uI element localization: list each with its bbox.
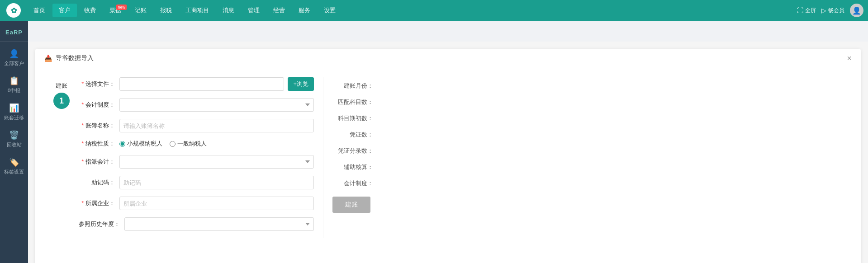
- dialog-title: 📥 导爷数据导入: [44, 54, 94, 62]
- memo-code-row: 助记码：: [79, 176, 314, 189]
- migration-icon: 📊: [9, 103, 19, 113]
- dialog-title-icon: 📥: [44, 55, 52, 62]
- accounting-system-label: 会计制度：: [79, 101, 115, 109]
- voucher-entries-label: 凭证分录数：: [332, 147, 373, 155]
- history-year-label: 参照历史年度：: [79, 220, 120, 228]
- history-year-select[interactable]: [124, 217, 314, 231]
- user-avatar[interactable]: 👤: [850, 4, 863, 17]
- vip-btn[interactable]: ▷ 畅会员: [821, 7, 844, 14]
- company-row: 所属企业：: [79, 197, 314, 210]
- build-button-wrap: 建账: [332, 197, 450, 213]
- info-match-subjects: 匹配科目数：: [332, 98, 450, 106]
- ledger-name-input[interactable]: [119, 119, 314, 132]
- nav-settings[interactable]: 设置: [318, 4, 342, 17]
- info-voucher-entries: 凭证分录数：: [332, 147, 450, 155]
- dialog-wrapper: 📥 导爷数据导入 × 建账 1 选择文件： +浏览: [35, 49, 861, 263]
- nav-customers[interactable]: 客户: [52, 4, 77, 17]
- match-subjects-label: 匹配科目数：: [332, 98, 373, 106]
- declaration-icon: 📋: [9, 76, 19, 86]
- file-row: 选择文件： +浏览: [79, 77, 314, 91]
- info-section: 建账月份： 匹配科目数： 科目期初数： 凭证数： 凭证分录数：: [323, 77, 450, 238]
- accountant-label: 指派会计：: [79, 158, 115, 166]
- customers-icon: 👤: [9, 49, 19, 59]
- app-logo: ✿: [5, 1, 23, 19]
- info-subject-initial: 科目期初数：: [332, 114, 450, 122]
- radio-small-taxpayer[interactable]: 小规模纳税人: [119, 140, 162, 148]
- tax-type-row: 纳税性质： 小规模纳税人 一般纳税人: [79, 140, 314, 148]
- accounting-system2-label: 会计制度：: [332, 179, 373, 188]
- sidebar-item-all-customers[interactable]: 👤 全部客户: [0, 45, 28, 70]
- nav-invoices[interactable]: 票据 new: [103, 4, 128, 17]
- nav-operations[interactable]: 经营: [267, 4, 291, 17]
- step-circle: 1: [53, 93, 70, 109]
- history-year-row: 参照历史年度：: [79, 217, 314, 231]
- info-auxiliary-calc: 辅助核算：: [332, 163, 450, 171]
- sidebar-logo: EaRP: [0, 25, 28, 42]
- build-month-label: 建账月份：: [332, 82, 373, 90]
- radio-general-taxpayer[interactable]: 一般纳税人: [170, 140, 207, 148]
- nav-items: 首页 客户 收费 票据 new 记账 报税 工商项目 消息 管理 经营 服务 设…: [27, 4, 797, 17]
- step-section: 建账 1: [53, 77, 70, 238]
- recycle-icon: 🗑️: [9, 130, 19, 140]
- nav-home[interactable]: 首页: [27, 4, 52, 17]
- nav-accounts[interactable]: 记账: [128, 4, 153, 17]
- nav-tax[interactable]: 报税: [154, 4, 178, 17]
- voucher-count-label: 凭证数：: [332, 131, 373, 139]
- top-nav: ✿ 首页 客户 收费 票据 new 记账 报税 工商项目 消息 管理 经营 服务…: [0, 0, 868, 21]
- nav-collection[interactable]: 收费: [78, 4, 102, 17]
- ledger-name-label: 账簿名称：: [79, 122, 115, 130]
- subject-initial-label: 科目期初数：: [332, 114, 373, 122]
- dialog-header: 📥 导爷数据导入 ×: [35, 49, 861, 68]
- ledger-name-row: 账簿名称：: [79, 119, 314, 132]
- main-content: 📥 导爷数据导入 × 建账 1 选择文件： +浏览: [28, 42, 868, 263]
- nav-right: ⛶ 全屏 ▷ 畅会员 👤: [797, 4, 863, 17]
- file-label: 选择文件：: [79, 80, 115, 88]
- browse-button[interactable]: +浏览: [288, 77, 314, 91]
- info-voucher-count: 凭证数：: [332, 131, 450, 139]
- tax-type-radio-group: 小规模纳税人 一般纳税人: [119, 140, 314, 148]
- sidebar-item-migration[interactable]: 📊 账套迁移: [0, 99, 28, 125]
- nav-service[interactable]: 服务: [292, 4, 317, 17]
- close-button[interactable]: ×: [847, 54, 852, 62]
- nav-management[interactable]: 管理: [242, 4, 266, 17]
- nav-messages[interactable]: 消息: [216, 4, 241, 17]
- dialog-body: 建账 1 选择文件： +浏览 会计制度：: [35, 68, 861, 247]
- tags-icon: 🏷️: [9, 157, 19, 167]
- sidebar-item-recycle[interactable]: 🗑️ 回收站: [0, 127, 28, 152]
- accounting-system-select[interactable]: [119, 98, 314, 112]
- sidebar-item-tags[interactable]: 🏷️ 标签设置: [0, 154, 28, 179]
- fullscreen-btn[interactable]: ⛶ 全屏: [797, 7, 816, 14]
- info-accounting-system2: 会计制度：: [332, 179, 450, 188]
- step-label: 建账: [56, 82, 67, 90]
- accountant-row: 指派会计：: [79, 155, 314, 169]
- new-badge: new: [116, 5, 127, 10]
- dialog-title-text: 导爷数据导入: [56, 54, 94, 62]
- company-input[interactable]: [119, 197, 314, 210]
- sidebar-item-declaration[interactable]: 📋 0申报: [0, 72, 28, 98]
- file-input[interactable]: [119, 77, 284, 91]
- nav-business[interactable]: 工商项目: [179, 4, 215, 17]
- sidebar: EaRP 👤 全部客户 📋 0申报 📊 账套迁移 🗑️ 回收站 🏷️ 标签设置: [0, 21, 28, 263]
- tax-type-label: 纳税性质：: [79, 140, 115, 148]
- info-build-month: 建账月份：: [332, 82, 450, 90]
- accounting-system-row: 会计制度：: [79, 98, 314, 112]
- memo-code-label: 助记码：: [79, 178, 115, 187]
- logo-icon: ✿: [6, 3, 21, 18]
- company-label: 所属企业：: [79, 199, 115, 207]
- auxiliary-calc-label: 辅助核算：: [332, 163, 373, 171]
- build-button[interactable]: 建账: [332, 197, 370, 213]
- accountant-select[interactable]: [119, 155, 314, 169]
- memo-code-input[interactable]: [119, 176, 314, 189]
- file-input-group: +浏览: [119, 77, 314, 91]
- form-section: 选择文件： +浏览 会计制度： 账簿名称：: [79, 77, 314, 238]
